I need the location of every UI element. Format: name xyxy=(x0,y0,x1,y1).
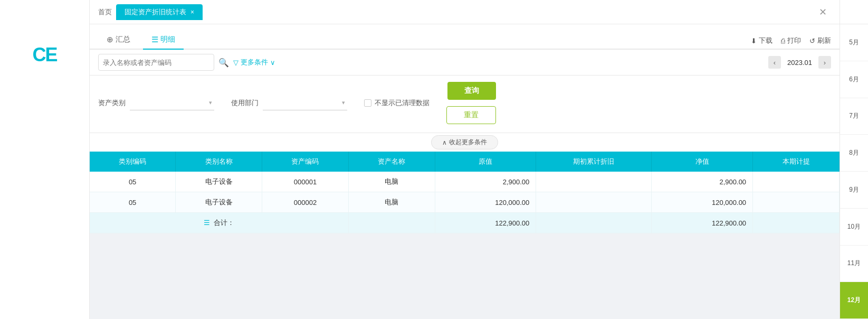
cell-acc-dep-1 xyxy=(536,192,652,213)
month-item-8[interactable]: 8月 xyxy=(840,135,868,172)
total-asset-name xyxy=(348,213,435,233)
month-item-7[interactable]: 7月 xyxy=(840,98,868,135)
chevron-down-icon: ∨ xyxy=(270,59,275,67)
date-next-button[interactable]: › xyxy=(818,56,831,69)
total-acc-dep xyxy=(536,213,652,233)
query-button[interactable]: 查询 xyxy=(447,82,496,100)
main-content: 首页 固定资产折旧统计表 × ✕ ⊕ 汇总 ☰ 明细 ⬇ 下载 ⎙ 打印 ↺ xyxy=(90,0,840,319)
top-nav: 首页 固定资产折旧统计表 × ✕ xyxy=(90,0,840,24)
hide-cleared-field: 不显示已清理数据 xyxy=(364,98,430,108)
download-icon: ⬇ xyxy=(751,37,757,45)
tab-close-icon[interactable]: × xyxy=(190,8,194,16)
logo: CE xyxy=(21,37,69,73)
filter-buttons: 查询 重置 xyxy=(446,82,496,124)
date-value: 2023.01 xyxy=(783,59,816,67)
home-link[interactable]: 首页 xyxy=(98,7,112,17)
cell-net-val-0: 2,900.00 xyxy=(652,172,753,192)
department-label: 使用部门 xyxy=(231,98,259,108)
tab-summary-label: 汇总 xyxy=(116,35,130,44)
asset-category-select[interactable]: ▾ xyxy=(130,96,214,110)
logo-area: CE xyxy=(0,0,90,319)
right-month-panel: 5月 6月 7月 8月 9月 10月 11月 12月 xyxy=(840,0,868,319)
total-curr-period xyxy=(753,213,840,233)
asset-category-field: 资产类别 ▾ xyxy=(98,96,214,110)
cell-curr-period-0 xyxy=(753,172,840,192)
total-icon-cell: ☰ 合计： xyxy=(90,213,348,233)
date-prev-button[interactable]: ‹ xyxy=(768,56,781,69)
cell-asset-name-1: 电脑 xyxy=(348,192,435,213)
refresh-button[interactable]: ↺ 刷新 xyxy=(809,36,831,45)
tab-actions: ⬇ 下载 ⎙ 打印 ↺ 刷新 xyxy=(751,36,831,49)
reset-button[interactable]: 重置 xyxy=(446,106,496,124)
cell-cat-code-0: 05 xyxy=(90,172,176,192)
cell-asset-name-0: 电脑 xyxy=(348,172,435,192)
tab-bar: ⊕ 汇总 ☰ 明细 ⬇ 下载 ⎙ 打印 ↺ 刷新 xyxy=(90,24,840,50)
refresh-icon: ↺ xyxy=(809,37,815,45)
search-icon[interactable]: 🔍 xyxy=(218,58,229,68)
total-label: 合计： xyxy=(214,219,234,227)
tab-detail[interactable]: ☰ 明细 xyxy=(143,30,184,50)
table-row: 05 电子设备 000001 电脑 2,900.00 2,900.00 xyxy=(90,172,840,192)
filter-area: 资产类别 ▾ 使用部门 ▾ 不显示已清理数据 查询 重置 xyxy=(90,76,840,133)
col-header-asset-code: 资产编码 xyxy=(262,152,349,172)
cell-cat-name-0: 电子设备 xyxy=(176,172,262,192)
table-total-row: ☰ 合计： 122,900.00 122,900.00 xyxy=(90,213,840,233)
total-net-val: 122,900.00 xyxy=(652,213,753,233)
filter-icon: ▽ xyxy=(233,59,239,67)
asset-category-label: 资产类别 xyxy=(98,98,126,108)
summary-icon: ⊕ xyxy=(107,35,113,44)
download-button[interactable]: ⬇ 下载 xyxy=(751,36,772,45)
cell-asset-code-1: 000002 xyxy=(262,192,349,213)
month-item-10[interactable]: 10月 xyxy=(840,209,868,246)
window-close-button[interactable]: ✕ xyxy=(815,4,831,20)
month-item-12[interactable]: 12月 xyxy=(840,282,868,319)
filter-row: 资产类别 ▾ 使用部门 ▾ 不显示已清理数据 查询 重置 xyxy=(98,82,831,124)
search-input[interactable] xyxy=(98,54,214,71)
print-button[interactable]: ⎙ 打印 xyxy=(781,36,801,45)
cell-orig-val-0: 2,900.00 xyxy=(435,172,536,192)
cell-cat-name-1: 电子设备 xyxy=(176,192,262,213)
download-label: 下载 xyxy=(759,36,772,45)
month-item-11[interactable]: 11月 xyxy=(840,246,868,283)
active-tab[interactable]: 固定资产折旧统计表 × xyxy=(116,4,203,20)
cell-cat-code-1: 05 xyxy=(90,192,176,213)
collapse-label: 收起更多条件 xyxy=(449,138,487,147)
col-header-current-period: 本期计提 xyxy=(753,152,840,172)
active-tab-label: 固定资产折旧统计表 xyxy=(125,7,186,17)
hide-cleared-label: 不显示已清理数据 xyxy=(375,98,430,108)
cell-acc-dep-0 xyxy=(536,172,652,192)
table-header-row: 类别编码 类别名称 资产编码 资产名称 原值 期初累计折旧 净值 本期计提 xyxy=(90,152,840,172)
more-conditions-button[interactable]: ▽ 更多条件 ∨ xyxy=(233,58,275,67)
month-item-6[interactable]: 6月 xyxy=(840,61,868,98)
right-panel-top xyxy=(840,0,868,24)
collapse-row: ∧ 收起更多条件 xyxy=(90,133,840,152)
total-orig-val: 122,900.00 xyxy=(435,213,536,233)
month-item-9[interactable]: 9月 xyxy=(840,172,868,209)
print-label: 打印 xyxy=(787,36,801,45)
col-header-asset-name: 资产名称 xyxy=(348,152,435,172)
department-field: 使用部门 ▾ xyxy=(231,96,347,110)
month-item-5[interactable]: 5月 xyxy=(840,24,868,61)
detail-icon: ☰ xyxy=(151,35,158,44)
collapse-icon: ∧ xyxy=(442,139,447,146)
data-table: 类别编码 类别名称 资产编码 资产名称 原值 期初累计折旧 净值 本期计提 05… xyxy=(90,152,840,233)
date-nav: ‹ 2023.01 › xyxy=(768,56,831,69)
department-select[interactable]: ▾ xyxy=(263,96,347,110)
cell-asset-code-0: 000001 xyxy=(262,172,349,192)
col-header-original-value: 原值 xyxy=(435,152,536,172)
tab-detail-label: 明细 xyxy=(160,35,175,44)
search-bar: 🔍 ▽ 更多条件 ∨ ‹ 2023.01 › xyxy=(90,50,840,76)
department-arrow: ▾ xyxy=(342,99,345,106)
tab-summary[interactable]: ⊕ 汇总 xyxy=(98,30,139,50)
print-icon: ⎙ xyxy=(781,37,785,45)
col-header-net-value: 净值 xyxy=(652,152,753,172)
month-list: 5月 6月 7月 8月 9月 10月 11月 12月 xyxy=(840,24,868,319)
collapse-button[interactable]: ∧ 收起更多条件 xyxy=(431,135,498,149)
table-row: 05 电子设备 000002 电脑 120,000.00 120,000.00 xyxy=(90,192,840,213)
asset-category-arrow: ▾ xyxy=(209,99,212,106)
cell-orig-val-1: 120,000.00 xyxy=(435,192,536,213)
col-header-accumulated-depreciation: 期初累计折旧 xyxy=(536,152,652,172)
hide-cleared-checkbox[interactable] xyxy=(364,99,371,107)
cell-net-val-1: 120,000.00 xyxy=(652,192,753,213)
more-conditions-label: 更多条件 xyxy=(241,58,268,67)
